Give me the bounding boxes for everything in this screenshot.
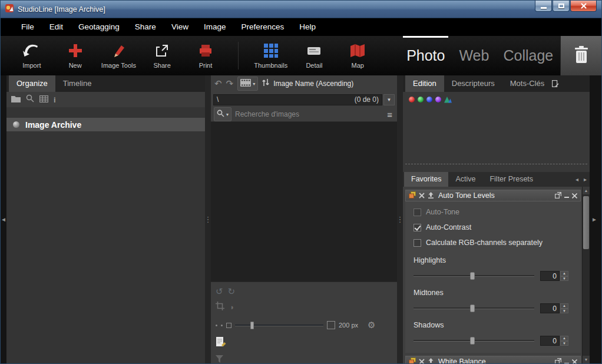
folder-icon[interactable] — [11, 94, 21, 105]
checkbox-auto-contrast[interactable]: Auto-Contrast — [405, 221, 581, 233]
scroll-down-icon[interactable]: ▼ — [583, 356, 590, 363]
tab-descripteurs[interactable]: Descripteurs — [444, 75, 502, 92]
sort-icon[interactable] — [262, 78, 269, 89]
spin-up-button[interactable]: ▲ — [560, 271, 568, 276]
thumbnail-area[interactable] — [211, 121, 397, 282]
detail-button[interactable]: Detail — [293, 36, 336, 75]
info-icon[interactable]: i — [54, 95, 56, 104]
discard-icon[interactable] — [419, 190, 425, 201]
midtones-slider[interactable] — [414, 307, 534, 309]
close-panel-icon[interactable] — [572, 356, 577, 363]
share-button[interactable]: Share — [140, 36, 184, 75]
minimize-panel-icon[interactable] — [564, 363, 569, 363]
tab-mots-cles[interactable]: Mots-Clés — [502, 75, 553, 92]
white-balance-header[interactable]: White Balance — [405, 356, 581, 363]
rotate-left-icon[interactable]: ↺ — [216, 286, 223, 297]
color-label-green[interactable] — [418, 97, 424, 102]
edit-note-icon[interactable] — [552, 75, 559, 92]
spin-down-button[interactable]: ▼ — [560, 276, 568, 282]
menu-preferences[interactable]: Preferences — [233, 18, 292, 36]
map-button[interactable]: Map — [336, 36, 379, 75]
tab-active[interactable]: Active — [448, 172, 482, 187]
right-expand-strip[interactable]: ► — [590, 75, 602, 363]
trash-button[interactable] — [560, 36, 601, 75]
rotate-right-icon[interactable]: ↻ — [228, 286, 236, 297]
mode-web[interactable]: Web — [452, 36, 496, 75]
shadows-value[interactable]: 0 — [540, 336, 560, 346]
image-tools-button[interactable]: Image Tools — [97, 36, 141, 75]
undo-icon[interactable]: ↶ — [214, 78, 222, 89]
search-scope-button[interactable]: ▾ — [214, 107, 231, 121]
apply-icon[interactable] — [428, 356, 434, 363]
contrast-icon[interactable]: ◑ — [229, 303, 234, 312]
slider-thumb[interactable] — [470, 337, 475, 345]
import-button[interactable]: Import — [10, 36, 54, 75]
filter-icon[interactable] — [216, 355, 223, 364]
scrollbar-thumb[interactable] — [583, 196, 589, 249]
expand-right-icon[interactable]: ► — [591, 216, 597, 223]
highlights-slider[interactable] — [414, 275, 534, 277]
collapse-left-icon[interactable]: ◄ — [1, 216, 6, 223]
checkbox-auto-tone[interactable]: Auto-Tone — [405, 206, 581, 218]
menu-image[interactable]: Image — [196, 18, 234, 36]
crop-icon[interactable] — [216, 302, 224, 313]
midtones-value[interactable]: 0 — [540, 303, 560, 313]
sort-order-label[interactable]: Image Name (Ascending) — [273, 80, 353, 88]
maximize-button[interactable] — [553, 1, 570, 12]
zoom-slider[interactable] — [235, 325, 323, 326]
left-splitter[interactable]: ⋮ — [205, 75, 211, 363]
checkbox-box[interactable] — [414, 239, 421, 247]
checkbox-box[interactable] — [414, 209, 421, 216]
gear-icon[interactable]: ⚙ — [368, 320, 375, 330]
discard-icon[interactable] — [419, 356, 425, 363]
mode-collage[interactable]: Collage — [496, 36, 560, 75]
spin-down-button[interactable]: ▼ — [560, 341, 568, 346]
minimize-button[interactable] — [535, 1, 552, 12]
menu-view[interactable]: View — [164, 18, 196, 36]
tab-organize[interactable]: Organize — [9, 75, 55, 92]
tab-timeline[interactable]: Timeline — [55, 75, 100, 92]
table-icon[interactable] — [39, 94, 48, 105]
tab-filter-presets[interactable]: Filter Presets — [482, 172, 540, 187]
color-label-blue[interactable] — [426, 97, 432, 102]
minimize-panel-icon[interactable] — [564, 197, 569, 198]
slider-thumb[interactable] — [470, 305, 475, 312]
popout-icon[interactable] — [555, 190, 561, 201]
thumbnails-button[interactable]: Thumbnails — [249, 36, 293, 75]
notes-icon[interactable] — [216, 337, 226, 349]
apply-icon[interactable] — [428, 190, 434, 201]
spin-up-button[interactable]: ▲ — [560, 336, 568, 341]
checkbox-calculate-rgb[interactable]: Calculate RGB-channels separately — [405, 237, 581, 249]
tab-scroll-left-icon[interactable]: ◂ — [575, 176, 578, 183]
path-field[interactable]: \ (0 de 0) — [213, 94, 382, 105]
slider-thumb[interactable] — [470, 272, 475, 280]
checkbox-box[interactable] — [414, 224, 421, 231]
cascade-icon[interactable] — [409, 356, 416, 363]
right-splitter[interactable]: ⋮ — [397, 75, 403, 363]
menu-file[interactable]: File — [14, 18, 42, 36]
shadows-slider[interactable] — [414, 340, 534, 342]
cascade-icon[interactable] — [409, 190, 416, 201]
path-dropdown-button[interactable]: ▼ — [383, 94, 395, 105]
menu-share[interactable]: Share — [127, 18, 164, 36]
scroll-up-icon[interactable]: ▲ — [583, 187, 590, 194]
color-label-red[interactable] — [409, 97, 415, 102]
zoom-slider-thumb[interactable] — [250, 322, 254, 329]
tab-favorites[interactable]: Favorites — [404, 172, 448, 187]
color-label-purple[interactable] — [435, 97, 441, 102]
search-icon[interactable] — [26, 94, 34, 105]
panel-scrollbar[interactable]: ▲ ▼ — [582, 187, 590, 363]
tab-edition[interactable]: Edition — [405, 75, 444, 92]
tree-item-image-archive[interactable]: Image Archive — [6, 118, 205, 131]
new-button[interactable]: New — [54, 36, 97, 75]
redo-icon[interactable]: ↷ — [226, 78, 234, 89]
view-mode-button[interactable]: ▾ — [237, 77, 258, 91]
tab-scroll-right-icon[interactable]: ▸ — [584, 176, 587, 183]
menu-icon[interactable]: ≡ — [387, 110, 394, 120]
close-button[interactable] — [570, 1, 597, 12]
spin-up-button[interactable]: ▲ — [560, 303, 568, 309]
search-input[interactable]: Recherche d'images — [235, 110, 383, 118]
close-panel-icon[interactable] — [572, 190, 577, 201]
mode-photo[interactable]: Photo — [399, 36, 452, 75]
print-button[interactable]: Print — [184, 36, 227, 75]
